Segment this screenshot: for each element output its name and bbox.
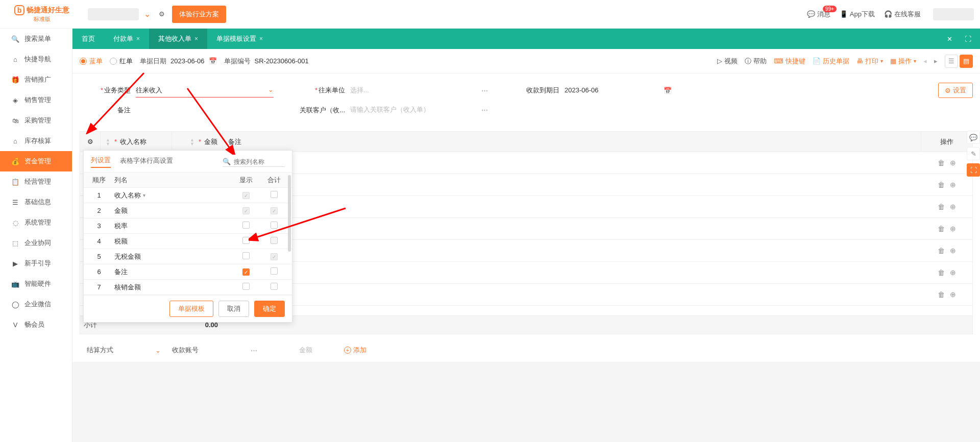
sidebar-item[interactable]: ◌系统管理 — [0, 212, 72, 233]
tab[interactable]: 首页 — [72, 29, 104, 49]
related-customer-input[interactable]: 请输入关联客户（收入单） — [350, 103, 476, 117]
col-amount-header[interactable]: ▲▼ *金额 — [172, 132, 223, 152]
close-all-tabs-icon[interactable]: ✕ — [942, 32, 957, 46]
checkbox[interactable] — [271, 222, 278, 229]
layout-card-icon[interactable]: ▤ — [960, 55, 973, 68]
sidebar-item[interactable]: 🛍采购管理 — [0, 110, 72, 131]
chat-icon[interactable]: 💬 — [967, 131, 980, 144]
column-search-input[interactable] — [234, 158, 285, 165]
biz-type-input[interactable]: 往来收入 ⌄ — [136, 84, 274, 97]
cancel-button[interactable]: 取消 — [218, 301, 249, 317]
due-date-input[interactable]: 2023-06-06 — [565, 84, 658, 96]
sidebar-item[interactable]: ▶新手引导 — [0, 253, 72, 274]
layout-list-icon[interactable]: ☰ — [945, 55, 958, 68]
popover-scrollbar[interactable] — [288, 175, 291, 252]
expand-tool-icon[interactable]: ⛶ — [967, 163, 980, 177]
checkbox[interactable] — [242, 222, 250, 229]
expand-icon[interactable]: ⛶ — [961, 32, 975, 46]
config-button[interactable]: ⚙设置 — [938, 83, 973, 98]
copy-icon[interactable]: ⊕ — [950, 159, 956, 167]
sidebar-item[interactable]: ◈销售管理 — [0, 90, 72, 110]
online-service-label: 在线客服 — [894, 10, 921, 19]
edit-icon[interactable]: ✎ — [967, 147, 980, 160]
copy-icon[interactable]: ⊕ — [950, 181, 956, 189]
user-placeholder[interactable] — [933, 8, 974, 20]
sidebar-item[interactable]: 🔍搜索菜单 — [0, 29, 72, 49]
row-order: 1 — [89, 191, 109, 199]
add-settlement-button[interactable]: + 添加 — [344, 346, 366, 355]
copy-icon[interactable]: ⊕ — [950, 203, 956, 211]
next-icon[interactable]: ▸ — [934, 57, 938, 65]
delete-icon[interactable]: 🗑 — [938, 247, 945, 255]
ok-button[interactable]: 确定 — [254, 301, 285, 317]
history-link[interactable]: 📄历史单据 — [813, 57, 849, 66]
sidebar-item[interactable]: 📋经营管理 — [0, 171, 72, 192]
more-icon[interactable]: ⋯ — [251, 347, 257, 354]
delete-icon[interactable]: 🗑 — [938, 159, 945, 167]
column-settings-gear-icon[interactable]: ⚙ — [80, 132, 101, 152]
tab-column-settings[interactable]: 列设置 — [91, 156, 111, 168]
history-icon: 📄 — [813, 57, 821, 65]
more-icon[interactable]: ⋯ — [481, 87, 488, 94]
chevron-down-icon[interactable]: ▾ — [143, 192, 145, 198]
delete-icon[interactable]: 🗑 — [938, 203, 945, 211]
sidebar-item[interactable]: ⌂库存核算 — [0, 131, 72, 151]
checkbox[interactable] — [242, 252, 250, 259]
chevron-down-icon[interactable]: ⌄ — [155, 347, 161, 354]
message-action[interactable]: 💬 消息 99+ — [807, 10, 830, 19]
tab[interactable]: 付款单× — [104, 29, 149, 49]
tab[interactable]: 单据模板设置× — [207, 29, 272, 49]
close-icon[interactable]: × — [136, 35, 140, 42]
help-link[interactable]: ⓘ帮助 — [745, 57, 767, 66]
gear-icon[interactable]: ⚙ — [159, 10, 165, 18]
checkbox[interactable] — [271, 267, 278, 275]
checkbox[interactable] — [271, 283, 278, 290]
close-icon[interactable]: × — [194, 35, 198, 42]
sidebar-icon: ◯ — [11, 301, 19, 308]
sidebar-item[interactable]: ◯企业微信 — [0, 294, 72, 314]
copy-icon[interactable]: ⊕ — [950, 225, 956, 233]
shortcut-link[interactable]: ⌨快捷键 — [774, 57, 805, 66]
prev-icon[interactable]: ◂ — [923, 57, 927, 65]
sidebar-item[interactable]: V畅会员 — [0, 314, 72, 335]
tab[interactable]: 其他收入单× — [149, 29, 207, 49]
checkbox[interactable] — [242, 237, 250, 244]
operate-link[interactable]: ▦操作▾ — [890, 57, 916, 66]
col-income-header[interactable]: ▲▼ *收入名称 — [101, 132, 172, 152]
checkbox[interactable] — [271, 191, 278, 198]
delete-icon[interactable]: 🗑 — [938, 225, 945, 233]
template-button[interactable]: 单据模板 — [169, 301, 213, 317]
tab-table-style[interactable]: 表格字体行高设置 — [120, 156, 173, 167]
delete-icon[interactable]: 🗑 — [938, 268, 945, 277]
more-icon[interactable]: ⋯ — [481, 106, 488, 114]
sidebar-item[interactable]: 🎁营销推广 — [0, 69, 72, 90]
calendar-icon[interactable]: 📅 — [664, 87, 672, 94]
copy-icon[interactable]: ⊕ — [950, 290, 956, 299]
bill-date-value[interactable]: 2023-06-06 — [170, 57, 205, 65]
copy-icon[interactable]: ⊕ — [950, 268, 956, 277]
video-link[interactable]: ▷视频 — [717, 57, 738, 66]
online-service[interactable]: 🎧 在线客服 — [884, 10, 921, 19]
sidebar-item[interactable]: 💰资金管理 — [0, 151, 72, 171]
radio-blue[interactable]: 蓝单 — [80, 57, 103, 66]
checkbox[interactable] — [242, 283, 250, 290]
delete-icon[interactable]: 🗑 — [938, 181, 945, 189]
copy-icon[interactable]: ⊕ — [950, 247, 956, 255]
app-download[interactable]: 📱 App下载 — [840, 10, 875, 19]
delete-icon[interactable]: 🗑 — [938, 290, 945, 299]
print-link[interactable]: 🖶打印▾ — [856, 57, 883, 66]
close-icon[interactable]: × — [259, 35, 263, 42]
sidebar-item[interactable]: ⌂快捷导航 — [0, 49, 72, 69]
partner-input[interactable]: 选择... — [350, 84, 476, 97]
sidebar-item[interactable]: 📺智能硬件 — [0, 274, 72, 294]
radio-red[interactable]: 红单 — [110, 57, 133, 66]
chevron-down-icon[interactable]: ⌄ — [144, 9, 151, 19]
remark-input[interactable] — [136, 108, 274, 112]
col-remark-header[interactable]: 备注 — [223, 132, 921, 152]
org-selector-placeholder[interactable] — [88, 8, 139, 20]
sidebar-item[interactable]: ⬚企业协同 — [0, 233, 72, 253]
calendar-icon[interactable]: 📅 — [209, 57, 217, 65]
try-industry-button[interactable]: 体验行业方案 — [172, 6, 226, 23]
sidebar-item[interactable]: ☰基础信息 — [0, 192, 72, 212]
checkbox[interactable] — [242, 268, 250, 276]
